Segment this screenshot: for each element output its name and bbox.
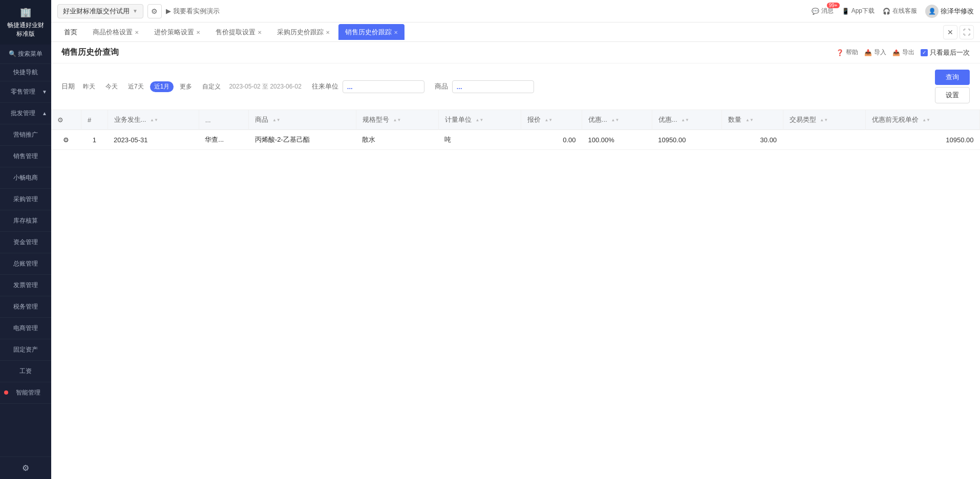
sidebar-item-salary[interactable]: 工资 [0,361,51,382]
table-settings-icon: ⚙ [57,116,63,124]
tab-sales-history[interactable]: 销售历史价跟踪 ✕ [338,24,404,40]
col-spec[interactable]: 规格型号 ▲▼ [356,110,438,130]
sidebar-item-ecom-small[interactable]: 小畅电商 [0,167,51,189]
sidebar-settings-button[interactable]: ⚙ [0,456,51,479]
help-button[interactable]: ❓ 帮助 [836,48,858,57]
customer-input[interactable]: ... [343,80,424,93]
tab-sale-extract[interactable]: 售价提取设置 ✕ [209,24,268,40]
headset-icon: 🎧 [883,8,890,15]
col-discount2[interactable]: 优惠... ▲▼ [652,110,722,130]
sort-icon: ▲▼ [922,118,930,122]
online-service-button[interactable]: 🎧 在线客服 [883,7,917,15]
tab-purchase-history[interactable]: 采购历史价跟踪 ✕ [270,24,336,40]
tabs-right-controls: ✕ ⛶ [943,25,974,39]
expand-panel-button[interactable]: ⛶ [960,25,974,39]
col-biz-date[interactable]: 业务发生... ▲▼ [108,110,199,130]
filter-action-buttons: 查询 设置 [935,70,970,103]
sort-icon: ▲▼ [745,118,754,122]
sidebar-item-inventory[interactable]: 库存核算 [0,210,51,232]
col-quantity[interactable]: 数量 ▲▼ [722,110,783,130]
col-list-price[interactable]: 报价 ▲▼ [521,110,582,130]
product-filter-group: 商品 ... [435,80,534,93]
tab-product-price[interactable]: 商品价格设置 ✕ [86,24,145,40]
import-button[interactable]: 📥 导入 [864,48,886,57]
logo-icon: 🏢 [4,6,47,19]
close-icon[interactable]: ✕ [394,30,398,35]
sidebar-search-menu[interactable]: 🔍 搜索菜单 [0,45,51,64]
demo-link[interactable]: ▶ 我要看实例演示 [166,7,220,16]
date-custom-btn[interactable]: 自定义 [198,81,225,92]
row-spec: 散水 [356,130,438,150]
user-info[interactable]: 👤 徐泽华修改 [925,5,974,18]
sort-icon: ▲▼ [611,118,620,122]
module-settings-button[interactable]: ⚙ [147,4,162,18]
close-icon[interactable]: ✕ [196,30,200,35]
app-download-button[interactable]: 📱 App下载 [842,7,875,15]
col-discount1[interactable]: 优惠... ▲▼ [582,110,652,130]
sidebar-item-invoice[interactable]: 发票管理 [0,275,51,296]
sidebar-item-ecom[interactable]: 电商管理 [0,318,51,339]
sidebar-item-purchase[interactable]: 采购管理 [0,189,51,210]
message-badge: 99+ [827,3,840,8]
sidebar-item-assets[interactable]: 固定资产 [0,339,51,361]
settings-icon: ⚙ [22,464,29,472]
sort-icon: ▲▼ [544,118,552,122]
sort-icon: ▲▼ [272,118,281,122]
sidebar-logo: 🏢 畅捷通好业财 标准版 [0,0,51,45]
col-gear[interactable]: ⚙ [51,110,81,130]
table-header-row: ⚙ # 业务发生... ▲▼ ... 商品 ▲▼ 规格型号 [51,110,980,130]
only-last-checkbox-label[interactable]: ✓ 只看最后一次 [921,48,970,57]
sidebar-item-tax[interactable]: 税务管理 [0,296,51,318]
sort-icon: ▲▼ [393,118,401,122]
chevron-down-icon: ▼ [133,8,138,14]
close-icon[interactable]: ✕ [258,30,262,35]
date-today-btn[interactable]: 今天 [101,81,122,92]
message-button[interactable]: 💬 消息 99+ [812,7,834,15]
import-icon: 📥 [864,49,872,56]
date-label: 日期 [61,82,75,91]
row-more: 华查... [199,130,248,150]
date-last1month-btn[interactable]: 近1月 [150,81,174,92]
data-table: ⚙ # 业务发生... ▲▼ ... 商品 ▲▼ 规格型号 [51,110,980,150]
sidebar-item-wholesale[interactable]: 批发管理 ▲ [0,103,51,124]
export-icon: 📤 [892,49,900,56]
message-icon: 💬 [812,8,819,15]
query-button[interactable]: 查询 [935,70,970,85]
export-button[interactable]: 📤 导出 [892,48,914,57]
sidebar-quicknav[interactable]: 快捷导航 [0,64,51,81]
only-last-checkbox[interactable]: ✓ [921,49,928,56]
page-actions: ❓ 帮助 📥 导入 📤 导出 ✓ 只看最后一次 [836,48,970,57]
date-yesterday-btn[interactable]: 昨天 [79,81,99,92]
sidebar-item-ledger[interactable]: 总账管理 [0,253,51,275]
settings-button[interactable]: 设置 [935,87,970,103]
tab-sale-extract-label: 售价提取设置 [216,28,255,37]
col-more[interactable]: ... [199,110,248,130]
page-header: 销售历史价查询 ❓ 帮助 📥 导入 📤 导出 ✓ 只看最后一次 [51,42,980,63]
sidebar-item-retail[interactable]: 零售管理 ▼ [0,81,51,103]
col-pre-tax-price[interactable]: 优惠前无税单价 ▲▼ [865,110,979,130]
tab-price-strategy[interactable]: 进价策略设置 ✕ [147,24,207,40]
sort-icon: ▲▼ [476,118,484,122]
gear-icon: ⚙ [151,7,158,15]
tab-home[interactable]: 首页 [57,24,84,40]
col-tx-type[interactable]: 交易类型 ▲▼ [783,110,865,130]
table-row: ⚙ 1 2023-05-31 华查... 丙烯酸-2-乙基己酯 散水 吨 0.0… [51,130,980,150]
sidebar-item-smart[interactable]: 智能管理 [0,382,51,404]
sidebar-item-sales[interactable]: 销售管理 [0,146,51,167]
tab-product-price-label: 商品价格设置 [93,28,133,37]
col-unit[interactable]: 计量单位 ▲▼ [438,110,521,130]
close-icon[interactable]: ✕ [326,30,330,35]
close-icon[interactable]: ✕ [135,30,139,35]
col-num: # [81,110,108,130]
sidebar-item-marketing[interactable]: 营销推广 [0,124,51,146]
tab-purchase-history-label: 采购历史价跟踪 [277,28,324,37]
close-panel-button[interactable]: ✕ [943,25,957,39]
date-more-btn[interactable]: 更多 [176,81,196,92]
row-gear-cell[interactable]: ⚙ [51,130,81,150]
row-quantity: 30.00 [722,130,783,150]
sidebar-item-finance[interactable]: 资金管理 [0,232,51,253]
col-product[interactable]: 商品 ▲▼ [249,110,356,130]
date-last7days-btn[interactable]: 近7天 [124,81,148,92]
module-selector[interactable]: 好业财标准版交付试用 ▼ [57,4,143,18]
product-input[interactable]: ... [452,80,534,93]
